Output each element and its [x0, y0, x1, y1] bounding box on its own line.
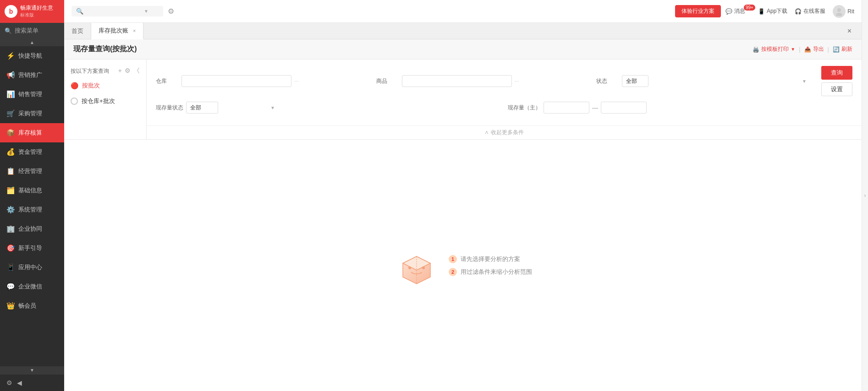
sidebar-item-wechat[interactable]: 💬 企业微信 — [0, 277, 64, 296]
filter-panel: 按以下方案查询 + ⚙ 《 🔴 按批次 按仓库+批次 — [64, 60, 862, 140]
sidebar-item-label: 应用中心 — [18, 263, 42, 272]
sidebar-item-finance[interactable]: 💰 资金管理 — [0, 142, 64, 162]
tab-inventory-batch[interactable]: 库存批次账 × — [91, 23, 143, 39]
refresh-button[interactable]: 🔄 刷新 — [833, 45, 852, 53]
company-name: 畅康通好生意 — [20, 5, 53, 12]
tab-close-button[interactable]: × — [133, 28, 136, 33]
tab-home[interactable]: 首页 — [64, 23, 91, 39]
filter-sidebar-actions: + ⚙ 《 — [118, 67, 140, 75]
enterprise-icon: 🏢 — [6, 225, 15, 233]
inventory-icon: 📦 — [6, 129, 15, 137]
sidebar-item-label: 销售管理 — [18, 90, 42, 98]
app-edition: 标准版 — [20, 12, 53, 18]
range-separator: — — [592, 104, 598, 111]
headset-icon: 🎧 — [795, 8, 802, 15]
purchase-icon: 🛒 — [6, 109, 15, 118]
print-icon: 🖨️ — [753, 46, 759, 53]
filter-actions: 查询 设置 — [817, 66, 852, 96]
main-area: 🔍 ▼ ⚙ 体验行业方案 💬 消息 99+ 📱 App下载 🎧 在线客服 — [64, 0, 862, 391]
sidebar-item-enterprise[interactable]: 🏢 企业协同 — [0, 219, 64, 239]
sidebar-scroll-down[interactable]: ▼ — [0, 366, 64, 374]
industry-solution-button[interactable]: 体验行业方案 — [675, 5, 721, 17]
product-more-icon[interactable]: ··· — [515, 78, 519, 84]
sidebar-item-member[interactable]: 👑 畅会员 — [0, 296, 64, 315]
filter-scheme-sidebar: 按以下方案查询 + ⚙ 《 🔴 按批次 按仓库+批次 — [64, 60, 147, 139]
sidebar-item-label: 营销推广 — [18, 71, 42, 79]
warehouse-input[interactable] — [181, 75, 291, 87]
topbar-search-input[interactable] — [86, 8, 141, 15]
sidebar-item-label: 系统管理 — [18, 206, 42, 214]
status-select-input[interactable]: 全部 在库 出库 — [622, 75, 648, 87]
status-select[interactable]: 全部 在库 出库 ▼ — [622, 75, 809, 87]
sidebar-item-marketing[interactable]: 📢 营销推广 — [0, 65, 64, 85]
sidebar-scroll-up[interactable]: ▲ — [0, 38, 64, 46]
notifications-button[interactable]: 💬 消息 99+ — [725, 7, 751, 15]
export-button[interactable]: 📤 导出 — [804, 45, 824, 53]
topbar-dropdown-icon[interactable]: ▼ — [144, 9, 148, 14]
app-download-label: App下载 — [767, 7, 787, 15]
filter-option-by-batch[interactable]: 🔴 按批次 — [64, 78, 146, 93]
query-button[interactable]: 查询 — [821, 66, 852, 80]
message-icon: 💬 — [725, 8, 732, 15]
appstore-icon: 📱 — [6, 263, 15, 272]
sidebar-item-label: 库存核算 — [18, 129, 42, 137]
app-download-button[interactable]: 📱 App下载 — [758, 7, 787, 15]
settings-icon[interactable]: ⚙ — [6, 379, 12, 386]
stock-qty-max-input[interactable] — [601, 102, 647, 114]
sidebar-item-purchase[interactable]: 🛒 采购管理 — [0, 104, 64, 123]
sidebar-item-label: 基础信息 — [18, 186, 42, 195]
stock-status-select-input[interactable]: 全部 有库存 无库存 — [186, 102, 218, 114]
sidebar-item-shortcuts[interactable]: ⚡ 快捷导航 — [0, 46, 64, 65]
sidebar-item-label: 企业协同 — [18, 225, 42, 233]
tip-text-1: 请先选择要分析的方案 — [461, 255, 520, 263]
filter-add-button[interactable]: + — [118, 67, 122, 75]
member-icon: 👑 — [6, 302, 15, 310]
sidebar-nav: ⚡ 快捷导航 📢 营销推广 📊 销售管理 🛒 采购管理 📦 库存核算 💰 资金管… — [0, 46, 64, 366]
product-input[interactable] — [402, 75, 512, 87]
stock-status-select[interactable]: 全部 有库存 无库存 ▼ — [186, 102, 278, 114]
page-actions: 🖨️ 按模板打印 ▼ | 📤 导出 | 🔄 刷新 — [753, 45, 852, 53]
filter-form: 仓库 ··· 商品 ··· 状态 — [147, 60, 862, 125]
tabbar: 首页 库存批次账 × × — [64, 23, 862, 39]
filter-field-status: 状态 全部 在库 出库 ▼ — [596, 75, 809, 87]
tip-number-2: 2 — [449, 268, 457, 276]
sidebar-item-inventory[interactable]: 📦 库存核算 — [0, 123, 64, 142]
topbar-search-icon: 🔍 — [76, 8, 83, 15]
print-template-button[interactable]: 🖨️ 按模板打印 ▼ — [753, 45, 795, 53]
collapse-icon[interactable]: ◀ — [17, 379, 22, 386]
search-icon: 🔍 — [5, 27, 12, 34]
stock-qty-min-input[interactable] — [544, 102, 589, 114]
warehouse-more-icon[interactable]: ··· — [294, 78, 299, 84]
empty-tips: 1 请先选择要分析的方案 2 用过滤条件来缩小分析范围 — [449, 255, 532, 276]
right-collapse-handle[interactable]: › — [862, 0, 868, 391]
page-header: 现存量查询(按批次) 🖨️ 按模板打印 ▼ | 📤 导出 | 🔄 刷新 — [64, 39, 862, 60]
marketing-icon: 📢 — [6, 71, 15, 79]
sidebar-search-label: 搜索菜单 — [15, 27, 38, 35]
avatar — [833, 5, 846, 18]
finance-icon: 💰 — [6, 148, 15, 156]
filter-collapse-row[interactable]: ∧ 收起更多条件 — [147, 125, 862, 139]
refresh-icon: 🔄 — [833, 46, 840, 53]
sidebar-item-system[interactable]: ⚙️ 系统管理 — [0, 200, 64, 219]
filter-settings-button[interactable]: ⚙ — [125, 67, 131, 75]
svg-point-5 — [408, 266, 411, 269]
sidebar-item-sales[interactable]: 📊 销售管理 — [0, 85, 64, 104]
online-service-button[interactable]: 🎧 在线客服 — [795, 7, 825, 15]
topbar-search-area[interactable]: 🔍 ▼ — [71, 6, 163, 16]
sidebar-item-appstore[interactable]: 📱 应用中心 — [0, 258, 64, 277]
sidebar-brand: 畅康通好生意 标准版 — [20, 5, 53, 18]
tab-panel-close-button[interactable]: × — [842, 23, 857, 39]
filter-collapse-button[interactable]: 《 — [133, 67, 140, 75]
settings-button[interactable]: 设置 — [821, 82, 852, 96]
topbar-gear-icon[interactable]: ⚙ — [168, 7, 174, 16]
sidebar-item-operations[interactable]: 📋 经营管理 — [0, 162, 64, 181]
sidebar-item-basic[interactable]: 🗂️ 基础信息 — [0, 181, 64, 200]
user-menu[interactable]: Rit — [833, 5, 854, 18]
svg-point-1 — [836, 13, 842, 16]
sidebar-search[interactable]: 🔍 搜索菜单 — [0, 23, 64, 38]
sidebar-item-newbie[interactable]: 🎯 新手引导 — [0, 239, 64, 258]
svg-point-6 — [422, 266, 425, 269]
stock-status-dropdown-icon: ▼ — [270, 105, 275, 110]
collapse-label: ∧ 收起更多条件 — [484, 129, 523, 136]
filter-option-by-warehouse-batch[interactable]: 按仓库+批次 — [64, 93, 146, 109]
